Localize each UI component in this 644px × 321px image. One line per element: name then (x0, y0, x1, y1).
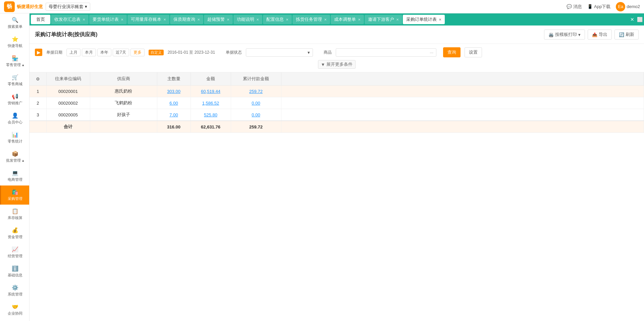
tab-label: 功能说明 (237, 16, 254, 22)
tab-receive-send[interactable]: 收发存汇总表 ✕ (51, 15, 89, 24)
cell-qty[interactable]: 303.00 (157, 86, 191, 97)
app-download-btn[interactable]: 📱 App下载 (587, 4, 610, 10)
cell-qty[interactable]: 6.00 (157, 97, 191, 109)
tab-overstock[interactable]: 超储预警 ✕ (204, 15, 233, 24)
sidebar-item-purchase[interactable]: 🛍️ 采购管理 (0, 185, 29, 205)
user-info[interactable]: Ea demo2 (616, 2, 640, 11)
sidebar-item-member[interactable]: 👤 会员中心 (0, 109, 29, 128)
cell-paid[interactable]: 0.00 (231, 109, 281, 121)
top-bar-left: 畅 畅捷通好生意 母婴行业演示账套 ▾ (4, 1, 90, 12)
message-icon: 💬 (567, 4, 572, 9)
tab-cost-adjust[interactable]: 成本调整单 ✕ (331, 15, 364, 24)
print-btn[interactable]: 🖨️ 按模板打印 ▾ (544, 30, 585, 40)
close-window-icon[interactable]: ✕ (630, 17, 634, 22)
chevron-down-icon: ▾ (578, 32, 581, 37)
sidebar-item-ecommerce[interactable]: 💻 电商管理 (0, 166, 29, 185)
sidebar-item-marketing[interactable]: 📢 营销推广 (0, 90, 29, 109)
settings-btn[interactable]: 设置 (465, 47, 482, 57)
date-btn-7-days[interactable]: 近7天 (113, 49, 129, 56)
query-btn[interactable]: 查询 (443, 47, 461, 57)
sidebar-item-quick-nav[interactable]: ⭐ 快捷导航 (0, 33, 29, 52)
cell-qty[interactable]: 7.00 (157, 109, 191, 121)
sidebar-item-basic-info[interactable]: ℹ️ 基础信息 (0, 262, 29, 281)
sidebar-item-search[interactable]: 🔍 搜索菜单 (0, 13, 29, 33)
export-btn[interactable]: 📤 导出 (588, 30, 612, 40)
custom-tag: 自定义 (149, 50, 164, 55)
cell-supplier: 好孩子 (90, 109, 157, 121)
cell-paid[interactable]: 259.72 (231, 86, 281, 97)
refresh-btn[interactable]: 🔄 刷新 (614, 30, 639, 40)
sidebar-item-inventory[interactable]: 📋 库存核算 (0, 205, 29, 224)
export-icon: 📤 (592, 32, 597, 37)
close-icon[interactable]: ✕ (83, 18, 85, 21)
header-actions: 🖨️ 按模板打印 ▾ 📤 导出 🔄 刷新 (544, 30, 639, 40)
table-row[interactable]: 3 00020005 好孩子 7.00 525.80 0.00 (30, 109, 644, 121)
workspace-select[interactable]: 母婴行业演示账套 ▾ (46, 3, 90, 11)
tab-purchase-stats[interactable]: 采购订单统计表 ✕ (403, 15, 445, 24)
sidebar-item-new-guide[interactable]: 🎯 新手引导 (0, 319, 29, 321)
status-label: 单据状态 (226, 50, 242, 55)
close-icon[interactable]: ✕ (197, 18, 200, 21)
cell-amount[interactable]: 60,519.44 (191, 86, 231, 97)
date-btn-more[interactable]: 更多 (130, 49, 145, 56)
cell-paid[interactable]: 0.00 (231, 97, 281, 109)
messages-btn[interactable]: 💬 消息 (567, 4, 582, 10)
sidebar-item-system[interactable]: ⚙️ 系统管理 (0, 281, 29, 300)
sidebar-label-retail-mgmt: 零售管理 ▴ (6, 62, 24, 67)
refresh-label: 刷新 (626, 32, 634, 38)
tab-inventory-account[interactable]: 可用量库存账本 ✕ (127, 15, 169, 24)
close-icon[interactable]: ✕ (163, 18, 166, 21)
cell-amount[interactable]: 1,586.52 (191, 97, 231, 109)
sidebar-item-retail-mall[interactable]: 🛒 零售商城 (0, 71, 29, 90)
goods-input[interactable]: ··· (336, 48, 436, 57)
ecommerce-icon: 💻 (12, 170, 18, 176)
close-icon[interactable]: ✕ (227, 18, 229, 21)
finance-icon: 💰 (12, 227, 18, 233)
tab-label: 保质期查询 (173, 16, 195, 22)
search-icon: 🔍 (12, 17, 18, 23)
status-select[interactable]: ▾ (246, 48, 313, 57)
sidebar-item-retail-stats[interactable]: 📊 零售统计 (0, 128, 29, 147)
tab-shelf-life[interactable]: 保质期查询 ✕ (170, 15, 203, 24)
date-btn-this-month[interactable]: 本月 (82, 49, 96, 56)
date-label: 单据日期 (46, 50, 62, 55)
sidebar-item-finance[interactable]: 💰 资金管理 (0, 224, 29, 243)
tab-function-desc[interactable]: 功能说明 ✕ (233, 15, 262, 24)
sidebar-item-retail-mgmt[interactable]: 🏪 零售管理 ▴ (0, 52, 29, 71)
expand-conditions-btn[interactable]: ▼ 展开更多条件 (318, 60, 356, 69)
sidebar-item-operations[interactable]: 📈 经营管理 (0, 243, 29, 262)
sidebar-label-enterprise: 企业协同 (8, 311, 22, 316)
th-gear[interactable]: ⚙ (30, 72, 46, 86)
close-icon[interactable]: ✕ (286, 18, 288, 21)
date-btn-last-month[interactable]: 上月 (66, 49, 80, 56)
tab-home[interactable]: 首页 (31, 15, 50, 24)
sidebar-item-enterprise[interactable]: 🤝 企业协同 (0, 300, 29, 319)
close-icon[interactable]: ✕ (324, 18, 327, 21)
sidebar-label-marketing: 营销推广 (8, 101, 22, 106)
maximize-icon[interactable]: ⬜ (637, 17, 643, 22)
cell-amount[interactable]: 525.80 (191, 109, 231, 121)
date-btn-this-year[interactable]: 本年 (97, 49, 111, 56)
sidebar-label-ecommerce: 电商管理 (8, 177, 22, 182)
close-icon[interactable]: ✕ (121, 18, 123, 21)
tab-task-mgmt[interactable]: 拣货任务管理 ✕ (292, 15, 330, 24)
close-icon[interactable]: ✕ (439, 18, 441, 21)
table-row[interactable]: 2 00020002 飞鹤奶粉 6.00 1,586.52 0.00 (30, 97, 644, 109)
tab-invite-downstream[interactable]: 邀请下游客户 ✕ (365, 15, 402, 24)
tab-requisition[interactable]: 要货单统计表 ✕ (89, 15, 127, 24)
filter-expand-arrow[interactable]: ▶ (35, 49, 42, 56)
th-paid: 累计付款金额 (231, 72, 281, 86)
ellipsis-icon[interactable]: ··· (430, 50, 433, 55)
close-icon[interactable]: ✕ (358, 18, 361, 21)
close-icon[interactable]: ✕ (396, 18, 399, 21)
sidebar-item-wholesale[interactable]: 📦 批发管理 ▴ (0, 147, 29, 166)
tab-label: 邀请下游客户 (368, 16, 394, 22)
tab-config-info[interactable]: 配置信息 ✕ (263, 15, 292, 24)
table-row[interactable]: 1 00020001 惠氏奶粉 303.00 60,519.44 259.72 (30, 86, 644, 97)
sidebar-label-wholesale: 批发管理 ▴ (6, 158, 24, 163)
close-icon[interactable]: ✕ (256, 18, 259, 21)
print-icon: 🖨️ (548, 32, 554, 37)
footer-rest (281, 121, 644, 133)
settings-label: 设置 (469, 49, 478, 55)
info-icon: ℹ️ (12, 265, 18, 272)
